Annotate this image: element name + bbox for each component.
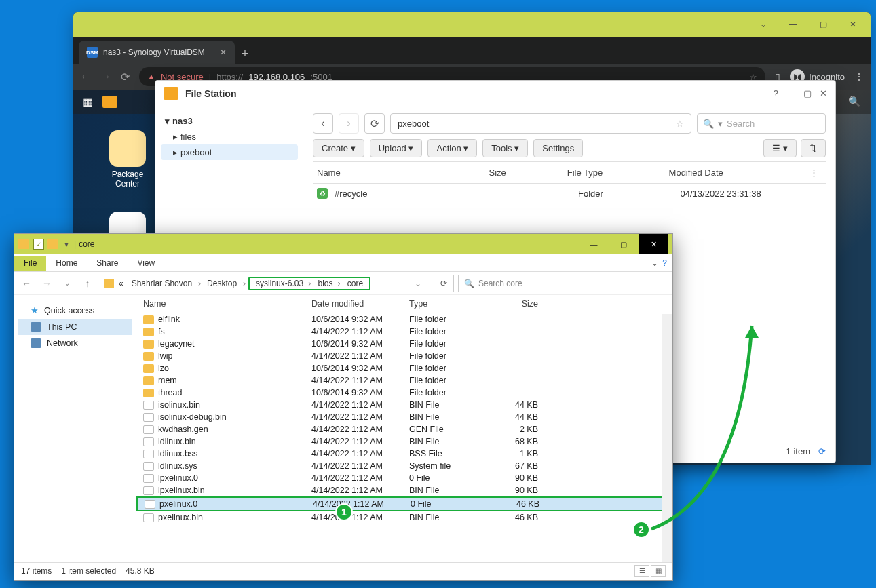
header-size[interactable]: Size — [488, 299, 538, 309]
view-icons-button[interactable]: ▦ — [651, 565, 666, 577]
header-name[interactable]: Name — [143, 299, 311, 309]
nav-this-pc[interactable]: This PC — [18, 319, 132, 335]
file-row[interactable]: kwdhash.gen4/14/2022 1:12 AMGEN File2 KB — [136, 423, 672, 435]
scrollbar[interactable] — [662, 314, 672, 562]
file-row[interactable]: elflink10/6/2014 9:32 AMFile folder — [136, 313, 672, 326]
forward-button[interactable]: › — [339, 113, 359, 134]
close-button[interactable]: ✕ — [820, 88, 827, 98]
file-row[interactable]: isolinux.bin4/14/2022 1:12 AMBIN File44 … — [136, 399, 672, 411]
search-icon[interactable]: 🔍 — [848, 96, 861, 108]
package-center-shortcut[interactable]: Package Center — [100, 130, 155, 189]
ribbon-file[interactable]: File — [14, 256, 46, 271]
cell-date: 10/6/2014 9:32 AM — [311, 364, 409, 373]
file-row[interactable]: lpxelinux.bin4/14/2022 1:12 AMBIN File90… — [136, 484, 672, 496]
column-menu-icon[interactable]: ⋮ — [810, 168, 822, 178]
file-row[interactable]: mem4/14/2022 1:12 AMFile folder — [136, 374, 672, 387]
file-icon — [143, 425, 154, 434]
back-button[interactable]: ← — [18, 275, 35, 292]
file-row[interactable]: ldlinux.bss4/14/2022 1:12 AMBSS File1 KB — [136, 448, 672, 460]
file-row[interactable]: lzo10/6/2014 9:32 AMFile folder — [136, 362, 672, 374]
file-icon — [143, 413, 154, 422]
browser-tab[interactable]: DSM nas3 - Synology VirtualDSM ✕ — [79, 41, 235, 64]
maximize-button[interactable]: ▢ — [808, 14, 838, 35]
path-bar[interactable]: pxeboot ☆ — [390, 113, 691, 134]
refresh-button[interactable]: ⟳ — [434, 275, 454, 292]
minimize-button[interactable]: — — [786, 88, 795, 98]
maximize-button[interactable]: ▢ — [609, 234, 639, 254]
file-row[interactable]: ldlinux.sys4/14/2022 1:12 AMSystem file6… — [136, 460, 672, 472]
refresh-button[interactable]: ⟳ — [364, 113, 385, 134]
callout-1: 1 — [335, 503, 353, 521]
chrome-dropdown-icon[interactable]: ⌄ — [748, 14, 778, 35]
breadcrumb-seg[interactable]: syslinux-6.03 — [252, 277, 307, 290]
ribbon-expand-icon[interactable]: ⌄ — [651, 258, 658, 268]
view-mode-button[interactable]: ☰ ▾ — [763, 139, 797, 157]
back-button[interactable]: ‹ — [313, 113, 333, 134]
refresh-icon[interactable]: ⟳ — [818, 446, 826, 456]
dsm-taskbar-filestation-icon[interactable] — [102, 96, 117, 108]
header-date[interactable]: Date modified — [311, 299, 409, 309]
reload-button[interactable]: ⟳ — [121, 71, 130, 83]
help-icon[interactable]: ? — [774, 88, 778, 98]
new-tab-button[interactable]: + — [235, 43, 255, 64]
tools-button[interactable]: Tools ▾ — [482, 139, 528, 157]
qat-dropdown-icon[interactable]: ▾ — [62, 239, 71, 249]
breadcrumb-seg[interactable]: Desktop — [204, 277, 240, 290]
breadcrumb-seg[interactable]: Shahriar Shovon — [128, 277, 195, 290]
settings-button[interactable]: Settings — [533, 139, 583, 157]
file-row[interactable]: isolinux-debug.bin4/14/2022 1:12 AMBIN F… — [136, 411, 672, 423]
view-details-button[interactable]: ☰ — [634, 565, 649, 577]
close-button[interactable]: ✕ — [838, 14, 868, 35]
header-type[interactable]: File Type — [567, 168, 669, 178]
tree-root[interactable]: ▾ nas3 — [161, 113, 298, 129]
header-size[interactable]: Size — [489, 168, 567, 178]
file-row[interactable]: legacynet10/6/2014 9:32 AMFile folder — [136, 338, 672, 350]
ribbon-share[interactable]: Share — [87, 256, 128, 271]
minimize-button[interactable]: — — [778, 14, 808, 35]
chrome-menu-icon[interactable]: ⋮ — [854, 71, 864, 82]
sort-button[interactable]: ⇅ — [801, 139, 826, 157]
ribbon-view[interactable]: View — [128, 256, 164, 271]
action-button[interactable]: Action ▾ — [427, 139, 477, 157]
cell-name: pxelinux.bin — [158, 513, 311, 522]
minimize-button[interactable]: — — [579, 234, 609, 254]
close-button[interactable]: ✕ — [639, 234, 668, 254]
tree-item-pxeboot[interactable]: ▸ pxeboot — [161, 144, 298, 160]
up-button[interactable]: ↑ — [79, 275, 96, 292]
file-row[interactable]: thread10/6/2014 9:32 AMFile folder — [136, 387, 672, 399]
forward-button[interactable]: → — [39, 275, 55, 292]
breadcrumb-seg[interactable]: core — [344, 277, 366, 290]
back-button[interactable]: ← — [80, 71, 91, 83]
file-row[interactable]: ♻ #recycle Folder 04/13/2022 23:31:38 — [313, 184, 826, 203]
nav-network[interactable]: Network — [18, 335, 132, 351]
file-row[interactable]: pxelinux.bin4/14/2022 1:12 AMBIN File46 … — [136, 511, 672, 524]
header-date[interactable]: Modified Date — [669, 168, 810, 178]
recent-dropdown-icon[interactable]: ⌄ — [59, 275, 75, 292]
create-button[interactable]: Create ▾ — [313, 139, 364, 157]
file-row[interactable]: fs4/14/2022 1:12 AMFile folder — [136, 326, 672, 338]
nav-quick-access[interactable]: ★Quick access — [18, 302, 132, 319]
search-box[interactable]: 🔍 Search core — [458, 275, 668, 292]
maximize-button[interactable]: ▢ — [803, 88, 812, 98]
breadcrumb-seg[interactable]: bios — [314, 277, 336, 290]
search-box[interactable]: 🔍▾ Search — [697, 113, 826, 134]
header-type[interactable]: Type — [409, 299, 488, 309]
forward-button[interactable]: → — [100, 71, 111, 83]
file-row[interactable]: pxelinux.04/14/2022 1:12 AM0 File46 KB — [136, 496, 672, 511]
ribbon-home[interactable]: Home — [46, 256, 87, 271]
file-icon — [143, 513, 154, 522]
file-row[interactable]: lpxelinux.04/14/2022 1:12 AM0 File90 KB — [136, 472, 672, 484]
file-row[interactable]: lwip4/14/2022 1:12 AMFile folder — [136, 350, 672, 362]
quick-access-toolbar-check[interactable]: ✓ — [33, 239, 44, 250]
tree-item-files[interactable]: ▸ files — [161, 129, 298, 144]
breadcrumb-dropdown-icon[interactable]: ⌄ — [411, 279, 425, 288]
file-row[interactable]: ldlinux.bin4/14/2022 1:12 AMBIN File68 K… — [136, 435, 672, 448]
network-icon — [31, 338, 41, 348]
upload-button[interactable]: Upload ▾ — [370, 139, 423, 157]
dsm-apps-icon[interactable]: ▦ — [83, 96, 93, 109]
breadcrumb[interactable]: « Shahriar Shovon› Desktop› syslinux-6.0… — [100, 275, 430, 292]
star-icon[interactable]: ☆ — [676, 119, 684, 129]
header-name[interactable]: Name — [317, 168, 489, 178]
help-icon[interactable]: ? — [662, 258, 667, 268]
tab-close-icon[interactable]: ✕ — [220, 47, 227, 57]
